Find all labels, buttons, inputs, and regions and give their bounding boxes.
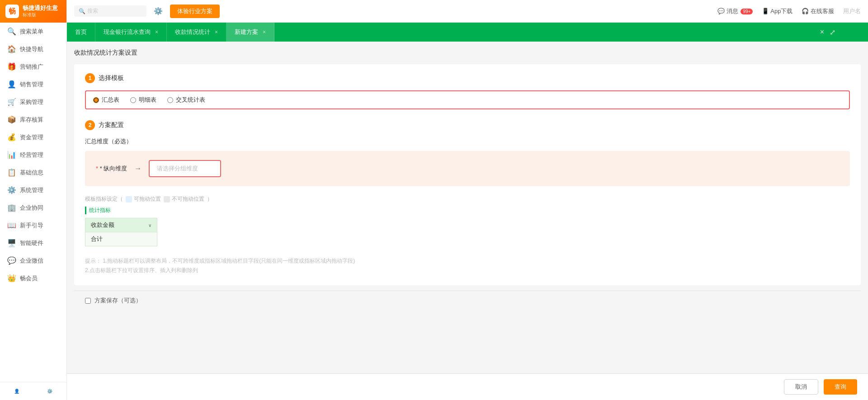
notice-item[interactable]: 💬 消息 99+ — [717, 7, 753, 15]
sidebar-bottom-user[interactable]: 👤 — [0, 386, 33, 396]
search-placeholder-text: 搜索 — [87, 7, 98, 15]
radio-cross[interactable]: 交叉统计表 — [167, 96, 205, 104]
tab-bank-label: 现金银行流水查询 — [104, 28, 151, 36]
box-icon: 📦 — [7, 115, 16, 124]
topbar-search-box[interactable]: 🔍 搜索 — [74, 5, 146, 17]
sidebar-item-guide[interactable]: 📖 新手引导 — [0, 216, 66, 234]
tab-bank[interactable]: 现金银行流水查询 × — [95, 23, 167, 42]
sidebar-item-label: 企业微信 — [20, 257, 43, 265]
sidebar-bottom-settings[interactable]: ⚙️ — [33, 386, 67, 396]
person-icon: 👤 — [7, 80, 16, 89]
chat-icon: 💬 — [7, 256, 16, 265]
gift-icon: 🎁 — [7, 62, 16, 71]
dimension-select[interactable]: 请选择分组维度 — [149, 160, 221, 177]
page-title: 收款情况统计方案设置 — [74, 49, 861, 57]
sidebar: 畅 畅捷通好生意 标准版 🔍 搜索菜单 🏠 快捷导航 🎁 营销推广 👤 销售管理… — [0, 0, 67, 400]
tab-expand-icon[interactable]: ⤢ — [830, 28, 835, 37]
book-icon: 📖 — [7, 221, 16, 230]
tab-home[interactable]: 首页 — [67, 23, 95, 42]
sidebar-item-purchase[interactable]: 🛒 采购管理 — [0, 93, 66, 111]
sidebar-item-label: 库存核算 — [20, 116, 43, 124]
search-icon: 🔍 — [7, 27, 16, 36]
save-checkbox[interactable] — [85, 298, 91, 304]
sidebar-item-marketing[interactable]: 🎁 营销推广 — [0, 58, 66, 75]
sidebar-item-system[interactable]: ⚙️ 系统管理 — [0, 181, 66, 199]
support-label: 在线客服 — [811, 8, 834, 14]
radio-cross-label: 交叉统计表 — [176, 96, 205, 104]
section2-num: 2 — [85, 120, 95, 130]
tab-stats[interactable]: 收款情况统计 × — [167, 23, 226, 42]
query-button[interactable]: 查询 — [824, 379, 857, 395]
notice-icon: 💬 — [717, 8, 725, 14]
tab-stats-close[interactable]: × — [215, 29, 218, 35]
tab-new[interactable]: 新建方案 × — [226, 23, 274, 42]
sidebar-item-label: 资金管理 — [20, 133, 43, 141]
sidebar-logo: 畅 畅捷通好生意 标准版 — [0, 0, 66, 23]
sidebar-item-finance[interactable]: 💰 资金管理 — [0, 128, 66, 146]
chevron-down-icon: ∨ — [148, 223, 151, 228]
section2-title: 方案配置 — [99, 121, 124, 129]
sidebar-item-label: 经营管理 — [20, 151, 43, 159]
save-label: 方案保存（可选） — [94, 296, 142, 305]
logo-icon: 畅 — [5, 5, 19, 18]
no-drag-box-icon — [164, 196, 170, 202]
sidebar-item-member[interactable]: 👑 畅会员 — [0, 269, 66, 287]
stats-table: 收款金额 ∨ 合计 — [85, 218, 157, 246]
tip-2: 2.点击标题栏下拉可设置排序、插入列和删除列 — [85, 267, 850, 274]
chart-icon: 📊 — [7, 151, 16, 159]
sidebar-item-search[interactable]: 🔍 搜索菜单 — [0, 23, 66, 40]
notice-label: 消息 — [726, 8, 738, 14]
sidebar-item-operation[interactable]: 📊 经营管理 — [0, 146, 66, 164]
sidebar-item-nav[interactable]: 🏠 快捷导航 — [0, 40, 66, 58]
radio-detail[interactable]: 明细表 — [130, 96, 156, 104]
content-wrapper: 收款情况统计方案设置 1 选择模板 汇总表 明细表 — [67, 42, 868, 400]
sidebar-item-wechat[interactable]: 💬 企业微信 — [0, 252, 66, 269]
cancel-button[interactable]: 取消 — [784, 379, 818, 395]
building-icon: 🏢 — [7, 203, 16, 212]
template-options-box: 汇总表 明细表 交叉统计表 — [85, 90, 850, 109]
radio-summary-input[interactable] — [93, 97, 99, 103]
sidebar-item-label: 营销推广 — [20, 63, 43, 71]
sidebar-item-label: 销售管理 — [20, 80, 43, 89]
radio-cross-input[interactable] — [167, 97, 173, 103]
radio-detail-label: 明细表 — [139, 96, 156, 104]
radio-summary-label: 汇总表 — [102, 96, 119, 104]
bottom-actions: 取消 查询 — [67, 373, 868, 400]
sidebar-item-stock[interactable]: 📦 库存核算 — [0, 111, 66, 128]
topbar: 🔍 搜索 ⚙️ 体验行业方案 💬 消息 99+ 📱 App下载 🎧 在线客服 用… — [67, 0, 868, 23]
tab-home-label: 首页 — [75, 28, 87, 36]
download-item[interactable]: 📱 App下载 — [762, 7, 793, 15]
cart-icon: 🛒 — [7, 98, 16, 106]
sidebar-item-base[interactable]: 📋 基础信息 — [0, 164, 66, 181]
topbar-gear-icon[interactable]: ⚙️ — [154, 7, 163, 15]
sidebar-item-label: 采购管理 — [20, 98, 43, 106]
sidebar-item-sales[interactable]: 👤 销售管理 — [0, 75, 66, 93]
download-icon: 📱 — [762, 8, 769, 14]
sidebar-item-label: 新手引导 — [20, 221, 43, 230]
user-avatar-icon: 👤 — [14, 389, 19, 394]
content-area: 收款情况统计方案设置 1 选择模板 汇总表 明细表 — [67, 42, 868, 373]
tab-close-all-icon[interactable]: × — [820, 28, 824, 36]
sidebar-item-corp[interactable]: 🏢 企业协同 — [0, 199, 66, 216]
sidebar-item-label: 系统管理 — [20, 186, 43, 194]
stats-header[interactable]: 收款金额 ∨ — [85, 218, 157, 232]
tab-new-close[interactable]: × — [263, 29, 266, 35]
stats-section: 统计指标 收款金额 ∨ 合计 — [85, 207, 850, 246]
tabs-bar: 首页 现金银行流水查询 × 收款情况统计 × 新建方案 × × ⤢ — [67, 23, 868, 42]
topbar-right: 💬 消息 99+ 📱 App下载 🎧 在线客服 用户名 — [717, 7, 861, 15]
home-icon: 🏠 — [7, 45, 16, 53]
logo-title: 畅捷通好生意 — [23, 5, 58, 12]
promo-button[interactable]: 体验行业方案 — [170, 5, 220, 18]
download-label: App下载 — [770, 8, 793, 14]
support-item[interactable]: 🎧 在线客服 — [802, 7, 834, 15]
sidebar-bottom: 👤 ⚙️ — [0, 382, 66, 400]
tab-stats-label: 收款情况统计 — [175, 28, 210, 36]
radio-detail-input[interactable] — [130, 97, 136, 103]
sidebar-item-label: 快捷导航 — [20, 45, 43, 53]
sidebar-item-label: 基础信息 — [20, 169, 43, 177]
search-icon: 🔍 — [79, 8, 85, 14]
radio-summary[interactable]: 汇总表 — [93, 96, 119, 104]
tab-bank-close[interactable]: × — [155, 29, 158, 35]
sidebar-item-label: 智能硬件 — [20, 239, 43, 247]
sidebar-item-hardware[interactable]: 🖥️ 智能硬件 — [0, 234, 66, 252]
